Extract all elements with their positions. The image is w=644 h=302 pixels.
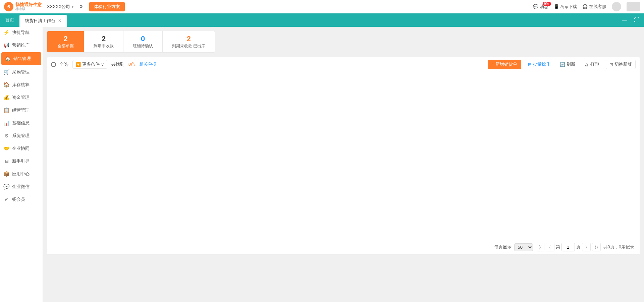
summary-count-all: 2 — [57, 35, 74, 43]
operations-icon: 📋 — [3, 107, 9, 113]
select-all-label: 全选 — [60, 61, 68, 67]
logo-icon: 6 — [4, 2, 13, 11]
sidebar-item-basic-info[interactable]: 📊 基础信息 — [0, 117, 43, 129]
settings-icon[interactable]: ⚙ — [76, 2, 86, 11]
user-panel[interactable] — [627, 2, 640, 11]
summary-label-overdue: 到期未收款 — [94, 44, 114, 48]
switch-icon: ⊡ — [609, 62, 613, 67]
found-suffix: 相关单据 — [139, 61, 157, 67]
sidebar-label-marketing: 营销推广 — [12, 42, 30, 48]
sidebar-label-sales: 销售管理 — [13, 56, 31, 62]
app-download-icon: 📱 — [554, 4, 559, 9]
summary-tabs: 2 全部单据 2 到期未收款 0 旺铺待确认 2 到期未收款 已出库 — [47, 31, 215, 53]
app-download-label: App下载 — [560, 4, 577, 10]
summary-tab-pending[interactable]: 0 旺铺待确认 — [123, 31, 163, 52]
tab-home[interactable]: 首页 — [0, 13, 19, 27]
sidebar-label-vip: 畅会员 — [12, 196, 25, 202]
summary-count-shipped: 2 — [172, 35, 205, 43]
refresh-icon: 🔄 — [560, 62, 565, 67]
page-label: 第 — [556, 244, 560, 250]
sidebar-item-inventory[interactable]: 🏠 库存核算 — [0, 78, 43, 91]
filter-right-actions: + 新增销货单 ⊞ 批量操作 🔄 刷新 🖨 打印 ⊡ 切换新版 — [488, 60, 636, 69]
sidebar-item-purchase[interactable]: 🛒 采购管理 — [0, 66, 43, 78]
marketing-icon: 📢 — [3, 42, 9, 48]
filter-icon: 🔽 — [75, 62, 81, 67]
prev-page-btn[interactable]: ⟨ — [546, 243, 554, 251]
sidebar-item-app-center[interactable]: 📦 应用中心 — [0, 168, 43, 180]
summary-tab-shipped[interactable]: 2 到期未收款 已出库 — [163, 31, 215, 52]
company-selector[interactable]: XXXXX公司 ▾ — [47, 4, 74, 10]
company-dropdown-arrow: ▾ — [71, 4, 74, 9]
more-conditions-btn[interactable]: 🔽 更多条件 ∨ — [72, 60, 107, 69]
logo-text: 畅捷通好生意 标准版 — [15, 2, 42, 11]
tab-home-label: 首页 — [5, 17, 14, 23]
sidebar-label-newbie: 新手引导 — [12, 158, 30, 164]
logo-sub: 标准版 — [15, 7, 42, 11]
newbie-icon: 🖥 — [3, 158, 9, 164]
table-area — [47, 72, 640, 240]
page-input[interactable]: 1 — [561, 243, 575, 251]
tab-close-icon[interactable]: ✕ — [58, 18, 61, 23]
sidebar-label-system: 系统管理 — [12, 133, 30, 139]
chevron-down-icon: ∨ — [101, 62, 104, 67]
sidebar-item-sales[interactable]: 🏠 销售管理 — [1, 52, 41, 65]
tabs-minimize-btn[interactable]: — — [620, 15, 629, 25]
print-btn[interactable]: 🖨 打印 — [582, 60, 602, 69]
sidebar-item-newbie[interactable]: 🖥 新手引导 — [0, 155, 43, 168]
logo-name: 畅捷通好生意 — [15, 2, 42, 7]
header-right: 💬 消息 99+ 📱 App下载 🎧 在线客服 — [533, 2, 640, 11]
table-container: 全选 🔽 更多条件 ∨ 共找到 0条 相关单据 + 新增销货单 ⊞ 批量操作 🔄… — [47, 57, 640, 254]
sidebar-item-operations[interactable]: 📋 经营管理 — [0, 104, 43, 117]
switch-label: 切换新版 — [614, 61, 632, 67]
tab-workbench[interactable]: 钱货日清工作台 ✕ — [19, 15, 67, 27]
system-icon: ⚙ — [3, 133, 9, 139]
sidebar-label-operations: 经营管理 — [12, 107, 30, 113]
sidebar-item-wechat[interactable]: 💬 企业微信 — [0, 180, 43, 193]
summary-label-all: 全部单据 — [58, 44, 74, 48]
found-count: 0条 — [128, 61, 135, 67]
filter-bar: 全选 🔽 更多条件 ∨ 共找到 0条 相关单据 + 新增销货单 ⊞ 批量操作 🔄… — [47, 57, 640, 72]
online-service-icon: 🎧 — [582, 4, 588, 9]
first-page-btn[interactable]: ⟨⟨ — [536, 243, 544, 251]
app-download-action[interactable]: 📱 App下载 — [554, 4, 577, 10]
switch-version-btn[interactable]: ⊡ 切换新版 — [606, 60, 636, 69]
sidebar-item-vip[interactable]: ✔ 畅会员 — [0, 193, 43, 206]
batch-ops-icon: ⊞ — [528, 62, 532, 67]
sidebar-item-system[interactable]: ⚙ 系统管理 — [0, 129, 43, 142]
online-service-action[interactable]: 🎧 在线客服 — [582, 4, 606, 10]
purchase-icon: 🛒 — [3, 69, 9, 75]
sidebar-item-quick-nav[interactable]: ⚡ 快捷导航 — [0, 26, 43, 39]
sidebar: 🔍 搜索菜单 ⚡ 快捷导航 📢 营销推广 🏠 销售管理 🛒 采购管理 🏠 库存核… — [0, 13, 43, 302]
refresh-btn[interactable]: 🔄 刷新 — [557, 60, 578, 69]
summary-tab-all[interactable]: 2 全部单据 — [47, 31, 84, 52]
next-page-btn[interactable]: ⟩ — [582, 243, 591, 251]
print-label: 打印 — [590, 61, 599, 67]
finance-icon: 💰 — [3, 95, 9, 101]
last-page-btn[interactable]: ⟩⟩ — [592, 243, 601, 251]
company-name: XXXXX公司 — [47, 4, 70, 10]
tab-workbench-label: 钱货日清工作台 — [25, 18, 55, 24]
wechat-icon: 💬 — [3, 184, 9, 190]
sidebar-label-wechat: 企业微信 — [12, 184, 30, 190]
per-page-label: 每页显示 — [494, 244, 512, 250]
basic-info-icon: 📊 — [3, 120, 9, 126]
main-content: 2 全部单据 2 到期未收款 0 旺铺待确认 2 到期未收款 已出库 全选 🔽 … — [43, 27, 644, 302]
select-all-checkbox[interactable] — [51, 62, 56, 67]
batch-ops-label: 批量操作 — [533, 61, 550, 67]
sidebar-item-enterprise[interactable]: 🤝 企业协同 — [0, 142, 43, 155]
enterprise-icon: 🤝 — [3, 145, 9, 152]
sidebar-item-marketing[interactable]: 📢 营销推广 — [0, 39, 43, 52]
message-icon: 💬 — [533, 4, 538, 9]
pagination: 每页显示 50 100 200 ⟨⟨ ⟨ 第 1 页 ⟩ ⟩⟩ 共0页，0条记录 — [47, 240, 640, 254]
trial-button[interactable]: 体验行业方案 — [89, 2, 125, 11]
per-page-select[interactable]: 50 100 200 — [514, 243, 533, 251]
avatar[interactable] — [612, 2, 621, 11]
quick-nav-icon: ⚡ — [3, 29, 9, 36]
tabs-maximize-btn[interactable]: ⛶ — [632, 15, 641, 25]
summary-tab-overdue[interactable]: 2 到期未收款 — [84, 31, 123, 52]
message-action[interactable]: 💬 消息 99+ — [533, 4, 548, 10]
sidebar-item-finance[interactable]: 💰 资金管理 — [0, 91, 43, 104]
new-sales-order-btn[interactable]: + 新增销货单 — [488, 60, 521, 69]
summary-label-pending: 旺铺待确认 — [133, 44, 153, 48]
batch-ops-btn[interactable]: ⊞ 批量操作 — [525, 60, 553, 69]
